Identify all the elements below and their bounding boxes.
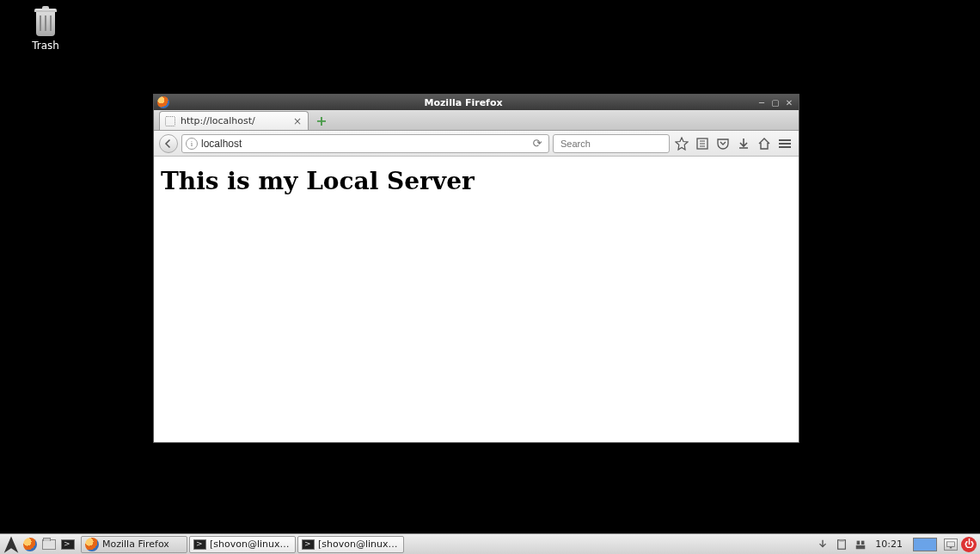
tray-clipboard-icon[interactable] xyxy=(834,537,849,552)
sidebar-icon xyxy=(695,137,709,151)
arch-icon xyxy=(2,535,21,554)
task-button[interactable]: Mozilla Firefox xyxy=(81,536,187,553)
taskbar: Mozilla Firefox[shovon@linuxhi...[shovon… xyxy=(0,533,980,554)
download-icon xyxy=(737,137,750,151)
file-manager-launcher[interactable] xyxy=(40,535,58,554)
menu-button[interactable] xyxy=(776,134,793,153)
identity-info-icon[interactable]: i xyxy=(186,138,198,150)
task-button-label: [shovon@linuxhi... xyxy=(318,539,400,550)
show-desktop-button[interactable] xyxy=(944,539,958,551)
firefox-icon xyxy=(23,538,37,551)
url-bar[interactable]: i ⟳ xyxy=(181,134,549,153)
task-button[interactable]: [shovon@linuxhi... xyxy=(189,536,296,553)
svg-rect-8 xyxy=(856,545,866,548)
quick-launchers xyxy=(0,535,79,554)
window-minimize-button[interactable]: ─ xyxy=(756,96,768,108)
arrow-left-icon xyxy=(163,138,174,149)
page-viewport[interactable]: This is my Local Server xyxy=(154,157,799,442)
search-input[interactable] xyxy=(560,138,679,149)
bookmark-star-button[interactable] xyxy=(673,134,690,153)
desktop-trash-label: Trash xyxy=(24,40,67,52)
task-button-label: Mozilla Firefox xyxy=(102,539,169,550)
star-icon xyxy=(675,137,689,151)
browser-tab[interactable]: http://localhost/ × xyxy=(159,111,309,130)
svg-rect-9 xyxy=(857,540,861,544)
navigation-toolbar: i ⟳ xyxy=(154,131,799,157)
tab-title: http://localhost/ xyxy=(181,115,292,126)
terminal-icon xyxy=(61,539,75,550)
back-button[interactable] xyxy=(159,134,178,153)
window-maximize-button[interactable]: ▢ xyxy=(769,96,781,108)
home-button[interactable] xyxy=(756,134,773,153)
firefox-window: Mozilla Firefox ─ ▢ ✕ http://localhost/ … xyxy=(153,94,799,443)
system-tray: 10:21 ⏻ xyxy=(812,537,980,552)
hamburger-icon xyxy=(779,139,791,141)
svg-rect-7 xyxy=(840,539,844,541)
new-tab-button[interactable]: + xyxy=(314,113,329,128)
terminal-icon xyxy=(302,539,315,550)
pocket-button[interactable] xyxy=(714,134,732,153)
workspace-switcher[interactable] xyxy=(913,538,937,551)
terminal-launcher[interactable] xyxy=(58,535,77,554)
url-input[interactable] xyxy=(201,138,526,150)
window-titlebar[interactable]: Mozilla Firefox ─ ▢ ✕ xyxy=(154,95,799,110)
svg-rect-10 xyxy=(861,540,865,544)
favicon-icon xyxy=(165,116,175,126)
page-heading: This is my Local Server xyxy=(161,167,792,195)
firefox-icon xyxy=(85,538,99,551)
tray-network-icon[interactable] xyxy=(853,537,868,552)
firefox-launcher[interactable] xyxy=(21,535,40,554)
tab-close-button[interactable]: × xyxy=(292,116,303,126)
window-title: Mozilla Firefox xyxy=(173,97,754,108)
start-menu-button[interactable] xyxy=(2,535,21,554)
reader-list-button[interactable] xyxy=(694,134,711,153)
desktop-icon xyxy=(946,540,955,549)
tray-update-icon[interactable] xyxy=(815,537,830,552)
reload-button[interactable]: ⟳ xyxy=(530,137,545,150)
logout-button[interactable]: ⏻ xyxy=(961,537,977,552)
downloads-button[interactable] xyxy=(735,134,752,153)
task-buttons: Mozilla Firefox[shovon@linuxhi...[shovon… xyxy=(81,536,404,553)
task-button-label: [shovon@linuxhi... xyxy=(210,539,291,550)
svg-rect-11 xyxy=(947,541,955,546)
desktop-trash[interactable]: Trash xyxy=(24,9,67,52)
folder-icon xyxy=(42,539,56,550)
window-close-button[interactable]: ✕ xyxy=(783,96,795,108)
terminal-icon xyxy=(193,539,206,550)
tab-strip: http://localhost/ × + xyxy=(154,110,799,131)
firefox-icon xyxy=(157,96,169,108)
home-icon xyxy=(757,137,771,151)
pocket-icon xyxy=(716,137,730,151)
taskbar-clock[interactable]: 10:21 xyxy=(872,539,906,550)
search-bar[interactable] xyxy=(553,134,670,153)
trash-icon xyxy=(34,9,57,36)
task-button[interactable]: [shovon@linuxhi... xyxy=(297,536,404,553)
